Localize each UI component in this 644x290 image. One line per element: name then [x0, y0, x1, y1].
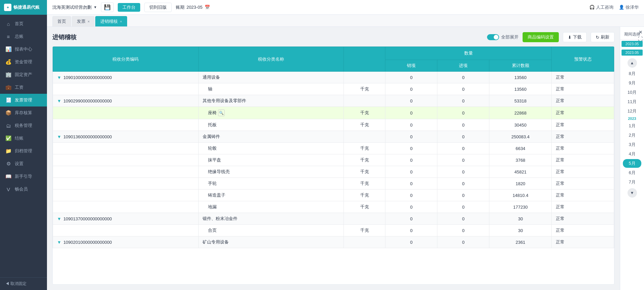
- expand-icon[interactable]: ▼: [57, 240, 61, 245]
- sidebar-item-archive[interactable]: 📁 归档管理: [0, 145, 47, 157]
- sidebar-item-ledger[interactable]: ≡ 总账: [0, 30, 47, 43]
- row-status: 正常: [552, 83, 614, 95]
- row-total: 22868: [489, 107, 552, 119]
- download-icon: ⬇: [568, 35, 572, 40]
- expand-icon[interactable]: ▼: [57, 75, 61, 80]
- row-name: 轴: [198, 83, 344, 95]
- row-code: ▼10902010000000000000: [53, 236, 199, 248]
- sidebar-item-tax[interactable]: 🗂 税务管理: [0, 119, 47, 132]
- period-down-btn[interactable]: ▼: [628, 188, 637, 198]
- table-row: 托板 千克 0 0 30450 正常: [53, 119, 614, 131]
- period-1[interactable]: 1月: [620, 121, 644, 131]
- sidebar-item-accounting[interactable]: ✅ 结账: [0, 132, 47, 145]
- sidebar-item-salary[interactable]: 💼 工资: [0, 81, 47, 94]
- period-10[interactable]: 10月: [620, 88, 644, 97]
- product-code-btn[interactable]: 商品编码设置: [523, 32, 559, 42]
- company-selector[interactable]: 沈海英测试经营勿删 ▼: [52, 4, 97, 10]
- expand-icon[interactable]: ▼: [57, 98, 61, 103]
- sidebar-item-home[interactable]: ⌂ 首页: [0, 17, 47, 30]
- switch-version-button[interactable]: 切到旧版: [144, 3, 172, 12]
- table-row: ▼10902990000000000000 其他专用设备及零部件 0 0 533…: [53, 95, 614, 107]
- row-unit: 千克: [344, 166, 385, 178]
- period-selector[interactable]: 账期 2023-05 📅: [176, 4, 210, 10]
- expand-panel-btn[interactable]: ⛶: [638, 36, 643, 42]
- period-11[interactable]: 11月: [620, 97, 644, 106]
- save-button[interactable]: 💾: [101, 2, 114, 12]
- row-unit: 千克: [344, 143, 385, 154]
- row-xiao: 0: [385, 166, 437, 178]
- sidebar-item-invoices[interactable]: 🧾 发票管理: [0, 94, 47, 106]
- period-year-2023[interactable]: 2023.05: [622, 41, 643, 47]
- period-value: 2023-05: [186, 5, 203, 10]
- row-status: 正常: [552, 131, 614, 143]
- row-jin: 0: [437, 83, 489, 95]
- close-panel-btn[interactable]: ✕: [639, 29, 643, 35]
- sidebar-item-funds[interactable]: 💰 资金管理: [0, 56, 47, 68]
- period-8[interactable]: 8月: [620, 69, 644, 78]
- expand-icon[interactable]: ▼: [57, 134, 61, 139]
- content-area: 进销稽核 全部展开 商品编码设置 ⬇ 下载 ↻ 刷新: [47, 27, 644, 290]
- toggle-switch[interactable]: [487, 34, 499, 40]
- tab-invoice[interactable]: 发票 ×: [72, 16, 95, 26]
- sidebar-item-label: 报表中心: [15, 46, 32, 52]
- tab-reconciliation-close[interactable]: ×: [120, 19, 122, 23]
- download-btn[interactable]: ⬇ 下载: [563, 32, 587, 42]
- sidebar-cancel-pin[interactable]: ◀ 取消固定: [0, 277, 47, 290]
- row-unit: [344, 72, 385, 83]
- sidebar-item-settings[interactable]: ⚙ 设置: [0, 157, 47, 170]
- table-row: 抹平盘 千克 0 0 3768 正常: [53, 154, 614, 166]
- user-profile[interactable]: 👤 徐泽华: [619, 4, 639, 10]
- row-xiao: 0: [385, 236, 437, 248]
- sidebar-item-reports[interactable]: 📊 报表中心: [0, 43, 47, 56]
- table-row: ▼10901000000000000000 通用设备 0 0 13560 正常: [53, 72, 614, 83]
- row-code: ▼10901370000000000000: [53, 213, 199, 225]
- row-xiao: 0: [385, 131, 437, 143]
- period-year-prev[interactable]: 2023.05: [622, 50, 643, 56]
- funds-icon: 💰: [5, 59, 11, 65]
- period-6[interactable]: 6月: [620, 168, 644, 177]
- col-header-xiao: 销项: [385, 60, 437, 72]
- row-total: 13560: [489, 83, 552, 95]
- chevron-down-icon: ▼: [94, 5, 97, 9]
- sidebar-item-guide[interactable]: 📖 新手引导: [0, 170, 47, 183]
- period-7[interactable]: 7月: [620, 177, 644, 187]
- support-button[interactable]: 🎧 人工咨询: [589, 4, 613, 10]
- expand-all-toggle[interactable]: 全部展开: [487, 34, 519, 40]
- tab-home[interactable]: 首页: [52, 16, 71, 26]
- period-up-btn[interactable]: ▲: [628, 58, 637, 68]
- table-row: 轮毂 千克 0 0 6634 正常: [53, 143, 614, 154]
- row-total: 1820: [489, 178, 552, 190]
- sidebar-item-fixed-assets[interactable]: 🏢 固定资产: [0, 68, 47, 81]
- row-xiao: 0: [385, 107, 437, 119]
- sidebar-item-member[interactable]: V 畅会员: [0, 183, 47, 196]
- sidebar-item-inventory[interactable]: 📦 库存核算: [0, 106, 47, 119]
- row-unit: 千克: [344, 83, 385, 95]
- period-4[interactable]: 4月: [620, 149, 644, 159]
- sidebar-item-label: 畅会员: [15, 186, 28, 192]
- row-jin: 0: [437, 178, 489, 190]
- row-status: 正常: [552, 178, 614, 190]
- col-header-total: 累计数额: [489, 60, 552, 72]
- col-header-unit: [344, 47, 385, 72]
- period-12[interactable]: 12月: [620, 106, 644, 116]
- workbench-button[interactable]: 工作台: [118, 3, 140, 12]
- tab-invoice-close[interactable]: ×: [88, 19, 90, 23]
- tab-reconciliation[interactable]: 进销稽核 ×: [95, 16, 127, 26]
- row-jin: 0: [437, 213, 489, 225]
- period-9[interactable]: 9月: [620, 78, 644, 88]
- expand-icon[interactable]: ▼: [57, 216, 61, 221]
- refresh-btn[interactable]: ↻ 刷新: [591, 32, 614, 42]
- topbar-right: 🎧 人工咨询 👤 徐泽华: [589, 4, 639, 10]
- refresh-label: 刷新: [601, 34, 609, 40]
- period-3[interactable]: 3月: [620, 140, 644, 149]
- sidebar-item-label: 首页: [15, 21, 23, 27]
- row-jin: 0: [437, 236, 489, 248]
- col-header-quantity-group: 数量: [385, 47, 552, 60]
- period-label: 账期: [176, 4, 184, 10]
- row-jin: 0: [437, 107, 489, 119]
- period-2[interactable]: 2月: [620, 131, 644, 140]
- row-status: 正常: [552, 107, 614, 119]
- content-main: 进销稽核 全部展开 商品编码设置 ⬇ 下载 ↻ 刷新: [47, 27, 620, 290]
- search-icon[interactable]: 🔍: [218, 110, 225, 116]
- period-5[interactable]: 5月: [623, 159, 641, 168]
